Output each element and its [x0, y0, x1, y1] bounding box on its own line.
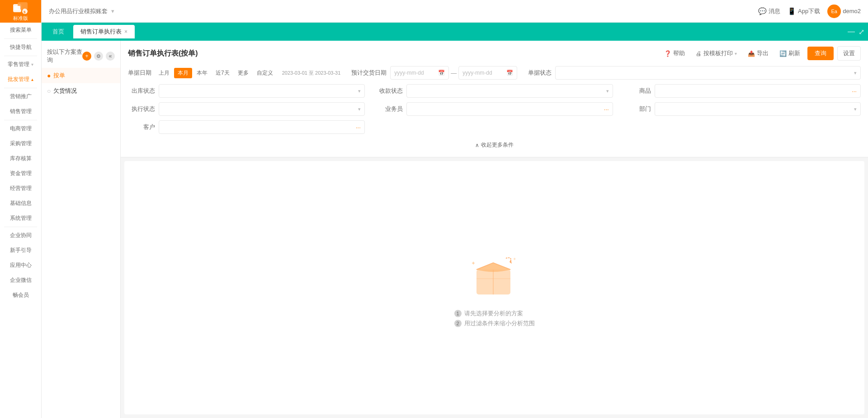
print-button[interactable]: 🖨 按模板打印 ▾ — [692, 48, 741, 59]
exec-chevron-icon: ▾ — [358, 106, 361, 112]
sidebar-item-wholesale[interactable]: 批发管理 ▴ — [0, 72, 41, 87]
message-icon: 💬 — [758, 7, 767, 15]
sidebar-item-basic-info[interactable]: 基础信息 — [0, 196, 41, 211]
calendar-icon-end: 📅 — [506, 70, 513, 76]
divider — [4, 120, 37, 120]
setting-scheme-button[interactable]: ⚙ — [94, 52, 103, 61]
collapse-panel-button[interactable]: « — [106, 52, 115, 61]
sidebar-item-inventory[interactable]: 库存核算 — [0, 151, 41, 166]
sidebar-item-search[interactable]: 搜索菜单 — [0, 23, 41, 38]
empty-hint-2: 用过滤条件来缩小分析范围 — [454, 318, 535, 328]
svg-text:✦: ✦ — [471, 260, 476, 266]
help-button[interactable]: ❓ 帮助 — [660, 48, 689, 59]
right-panel: 销售订单执行表(按单) ❓ 帮助 🖨 按模板打印 ▾ 📤 — [121, 41, 868, 418]
date-7days[interactable]: 近7天 — [212, 68, 233, 78]
filter-row-3: 执行状态 ▾ 业务员 ··· 部门 — [128, 102, 861, 116]
refresh-button[interactable]: 🔄 刷新 — [776, 48, 804, 59]
collapse-up-icon: ∧ — [475, 142, 479, 148]
filter-row-2: 出库状态 ▾ 收款状态 ▾ 商品 — [128, 84, 861, 98]
export-button[interactable]: 📤 导出 — [744, 48, 772, 59]
expected-date-start[interactable]: yyyy-mm-dd 📅 — [390, 66, 449, 80]
sidebar-item-collab[interactable]: 企业协同 — [0, 228, 41, 243]
exec-status-label: 执行状态 — [128, 105, 155, 113]
date-more[interactable]: 更多 — [234, 68, 252, 78]
salesperson-label: 业务员 — [376, 105, 403, 113]
tab-bar: 首页 销售订单执行表 × — ⤢ — [42, 23, 868, 41]
order-status-filter: 单据状态 ▾ — [528, 66, 861, 80]
data-area: ✦ ✦ 请先选择要分析的方案 用过滤条件来缩小分析范围 — [124, 161, 864, 414]
divider — [4, 227, 37, 227]
customer-dots-icon: ··· — [356, 124, 361, 131]
expected-date-end[interactable]: yyyy-mm-dd 📅 — [458, 66, 517, 80]
svg-text:$: $ — [24, 10, 26, 14]
sidebar-item-wechat[interactable]: 企业微信 — [0, 273, 41, 288]
sidebar-item-finance[interactable]: 资金管理 — [0, 166, 41, 181]
user-area[interactable]: Ea demo2 — [827, 5, 861, 18]
dropdown-chevron-icon: ▾ — [854, 70, 857, 76]
divider — [4, 38, 37, 39]
tab-home[interactable]: 首页 — [45, 25, 71, 38]
scheme-item-shortage[interactable]: ○ 欠货情况 — [42, 83, 120, 99]
collapse-filter-button[interactable]: ∧ 收起更多条件 — [128, 138, 861, 152]
chevron-icon: ▾ — [31, 62, 33, 67]
sidebar-item-operations[interactable]: 经营管理 — [0, 181, 41, 196]
sidebar-item-purchase[interactable]: 采购管理 — [0, 136, 41, 151]
logo-text: 标准版 — [13, 15, 28, 22]
sidebar-item-marketing[interactable]: 营销推广 — [0, 89, 41, 104]
date-this-year[interactable]: 本年 — [193, 68, 211, 78]
chevron-up-icon: ▴ — [31, 77, 33, 82]
print-dropdown-icon: ▾ — [735, 51, 737, 56]
department-label: 部门 — [624, 105, 651, 113]
exec-status-dropdown[interactable]: ▾ — [159, 102, 365, 116]
dept-chevron-icon: ▾ — [854, 106, 857, 112]
scheme-item-by-order[interactable]: ● 按单 — [42, 68, 120, 83]
department-filter: 部门 ▾ — [624, 102, 861, 116]
breadcrumb-dropdown-icon[interactable]: ▾ — [111, 8, 114, 14]
product-filter: 商品 ··· — [624, 84, 861, 98]
product-dots-icon: ··· — [852, 88, 857, 95]
date-last-month[interactable]: 上月 — [155, 68, 173, 78]
tab-sales-execution[interactable]: 销售订单执行表 × — [73, 25, 135, 38]
order-status-dropdown[interactable]: ▾ — [555, 66, 861, 80]
date-custom[interactable]: 自定义 — [253, 68, 277, 78]
svg-text:✦: ✦ — [513, 256, 516, 261]
sidebar-item-quick-nav[interactable]: 快捷导航 — [0, 40, 41, 55]
product-input[interactable]: ··· — [655, 84, 861, 98]
settings-button[interactable]: 设置 — [837, 46, 861, 61]
top-header: 办公用品行业模拟账套 ▾ 💬 消息 📱 App下载 Ea demo2 — [42, 0, 868, 23]
breadcrumb-text: 办公用品行业模拟账套 — [49, 7, 108, 15]
query-button[interactable]: 查询 — [807, 47, 834, 60]
department-dropdown[interactable]: ▾ — [655, 102, 861, 116]
date-range-display: 2023-03-01 至 2023-03-31 — [282, 70, 341, 76]
expected-date-label: 预计交货日期 — [351, 69, 387, 77]
minimize-button[interactable]: — — [848, 28, 855, 36]
customer-input[interactable]: ··· — [159, 120, 365, 134]
page-title: 销售订单执行表(按单) — [128, 49, 198, 58]
sidebar-item-member[interactable]: 畅会员 — [0, 288, 41, 303]
logo-icon: $ — [12, 1, 29, 15]
payment-status-label: 收款状态 — [376, 87, 403, 95]
empty-hints: 请先选择要分析的方案 用过滤条件来缩小分析范围 — [454, 309, 535, 328]
sidebar-item-system[interactable]: 系统管理 — [0, 211, 41, 226]
gear-icon: ⚙ — [96, 53, 101, 59]
sidebar-item-app-center[interactable]: 应用中心 — [0, 258, 41, 273]
salesperson-input[interactable]: ··· — [406, 102, 613, 116]
message-button[interactable]: 💬 消息 — [758, 7, 780, 15]
order-icon: ● — [47, 72, 51, 79]
tab-close-icon[interactable]: × — [124, 28, 127, 35]
sidebar-item-ecommerce[interactable]: 电商管理 — [0, 121, 41, 136]
sidebar-item-retail[interactable]: 零售管理 ▾ — [0, 57, 41, 72]
empty-illustration: ✦ ✦ — [467, 247, 522, 301]
shipment-status-dropdown[interactable]: ▾ — [159, 84, 365, 98]
svg-rect-2 — [14, 6, 20, 10]
date-this-month[interactable]: 本月 — [174, 68, 192, 78]
add-scheme-button[interactable]: + — [82, 52, 91, 61]
customer-label: 客户 — [128, 123, 155, 131]
app-download-button[interactable]: 📱 App下载 — [788, 7, 820, 15]
shipment-status-filter: 出库状态 ▾ — [128, 84, 365, 98]
payment-status-dropdown[interactable]: ▾ — [406, 84, 613, 98]
sidebar-item-sales[interactable]: 销售管理 — [0, 104, 41, 119]
avatar: Ea — [827, 5, 841, 18]
maximize-button[interactable]: ⤢ — [859, 28, 864, 36]
sidebar-item-guide[interactable]: 新手引导 — [0, 243, 41, 258]
